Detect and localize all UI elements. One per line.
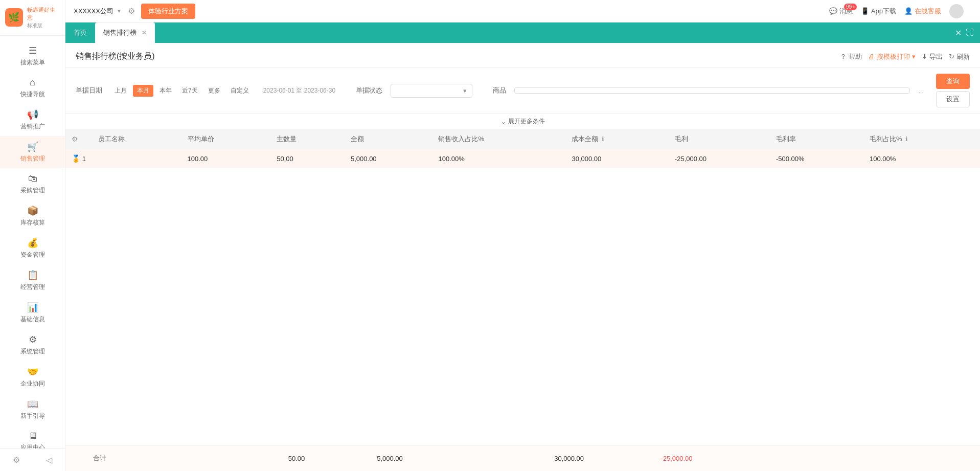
app-label: App下载 [871,7,896,16]
sidebar-item-label: 新手引导 [20,412,45,420]
user-avatar[interactable] [949,4,964,18]
search-menu-icon: ☰ [29,45,37,56]
basic-info-icon: 📊 [27,302,38,313]
help-btn[interactable]: ？ 帮助 [840,52,862,61]
sidebar-item-basic-info[interactable]: 📊 基础信息 [0,297,65,329]
print-btn[interactable]: 🖨 按模板打印 ▾ [868,52,916,61]
print-arrow-icon: ▾ [912,53,916,60]
table-row: 🏅 1 100.00 50.00 5,000.00 100.00% 30,000… [65,149,980,168]
data-table: ⚙ 员工名称 平均单价 主数量 全额 销售收入占比% 成本全额 ℹ 毛利 毛利率 [65,129,980,168]
th-settings: ⚙ [65,129,92,149]
expand-conditions-row: ⌄ 展开更多条件 [65,114,980,129]
tab-home[interactable]: 首页 [65,23,95,43]
guide-icon: 📖 [27,398,38,410]
sidebar-item-guide[interactable]: 📖 新手引导 [0,393,65,425]
footer-label: 合计 [87,451,193,466]
sidebar-footer: ⚙ ◁ [0,448,65,471]
footer-row: 合计 50.00 5,000.00 30,000.00 -25,000.00 [72,451,974,466]
expand-conditions-btn[interactable]: ⌄ 展开更多条件 [501,117,545,126]
goods-input[interactable] [514,87,910,94]
export-btn[interactable]: ⬇ 导出 [922,52,943,61]
footer-settings-btn[interactable]: ⚙ [13,455,20,465]
th-gross-rate: 毛利率 [770,129,863,149]
date-range: 2023-06-01 至 2023-06-30 [263,86,335,95]
company-selector[interactable]: XXXXXX公司 ▼ [74,7,122,16]
td-rank: 🏅 1 [65,149,92,168]
refresh-btn[interactable]: ↻ 刷新 [949,52,970,61]
th-main-qty: 主数量 [270,129,345,149]
sidebar-item-purchase[interactable]: 🛍 采购管理 [0,168,65,200]
export-icon: ⬇ [922,53,927,60]
goods-label: 商品 [493,86,506,95]
status-select[interactable]: ▾ [391,84,472,98]
sidebar-item-label: 搜索菜单 [20,58,45,67]
sidebar-item-apps[interactable]: 🖥 应用中心 [0,425,65,448]
date-tab-this-year[interactable]: 本年 [155,85,176,97]
table-header-row: ⚙ 员工名称 平均单价 主数量 全额 销售收入占比% 成本全额 ℹ 毛利 毛利率 [65,129,980,149]
th-gross: 毛利 [669,129,770,149]
logo-text: 畅康通好生意 [27,6,60,22]
table-footer: 合计 50.00 5,000.00 30,000.00 -25,000.00 [65,445,980,471]
date-tab-7days[interactable]: 近7天 [178,85,202,97]
td-cost: 30,000.00 [565,149,668,168]
date-tab-more[interactable]: 更多 [204,85,224,97]
sidebar-item-system[interactable]: ⚙ 系统管理 [0,329,65,361]
company-settings-icon[interactable]: ⚙ [128,6,135,16]
sidebar-item-finance[interactable]: 💰 资金管理 [0,232,65,264]
tab-bar: 首页 销售排行榜 ✕ ✕ ⛶ [65,23,980,43]
td-main-qty: 50.00 [270,149,345,168]
footer-gross-pct-empty [868,451,974,466]
tab-sales-ranking[interactable]: 销售排行榜 ✕ [95,23,155,43]
sidebar-item-sales[interactable]: 🛒 销售管理 [0,136,65,168]
operations-icon: 📋 [27,270,38,281]
footer-collapse-btn[interactable]: ◁ [46,455,52,465]
app-download-btn[interactable]: 📱 App下载 [861,7,896,16]
system-icon: ⚙ [29,334,37,345]
sidebar-item-label: 基础信息 [20,315,45,324]
rank-icon: 🏅 [72,154,80,163]
filter-more-btn[interactable]: ... [918,87,924,95]
sidebar-item-collab[interactable]: 🤝 企业协同 [0,361,65,393]
apps-icon: 🖥 [28,431,37,441]
app-icon: 📱 [861,7,869,15]
sidebar-item-label: 营销推广 [20,122,45,131]
td-gross: -25,000.00 [669,149,770,168]
message-btn[interactable]: 💬 消息 99+ [829,7,853,16]
th-gross-pct: 毛利占比% ℹ [863,129,980,149]
sidebar-nav: ☰ 搜索菜单 ⌂ 快捷导航 📢 营销推广 🛒 销售管理 🛍 采购管理 📦 库存核… [0,36,65,448]
sidebar-item-label: 资金管理 [20,251,45,259]
th-name: 员工名称 [92,129,181,149]
tab-expand-icon[interactable]: ⛶ [966,28,974,37]
expand-label: 展开更多条件 [508,117,545,126]
date-tab-custom[interactable]: 自定义 [226,85,253,97]
header-right: 💬 消息 99+ 📱 App下载 👤 在线客服 [829,4,972,18]
setting-button[interactable]: 设置 [936,91,970,107]
service-icon: 👤 [904,7,913,15]
cost-info-icon[interactable]: ℹ [602,136,604,143]
date-tab-last-month[interactable]: 上月 [110,85,131,97]
sidebar-item-label: 应用中心 [20,443,45,448]
message-icon: 💬 [829,7,837,15]
trial-button[interactable]: 体验行业方案 [141,4,195,19]
date-tab-this-month[interactable]: 本月 [133,85,153,97]
sidebar-item-label: 经营管理 [20,283,45,291]
td-amount: 5,000.00 [345,149,432,168]
tab-sales-ranking-label: 销售排行榜 [103,28,136,37]
date-tabs: 上月 本月 本年 近7天 更多 自定义 [110,85,253,97]
footer-gross: -25,000.00 [654,451,761,466]
gross-pct-info-icon[interactable]: ℹ [905,136,908,143]
tab-minimize-icon[interactable]: ✕ [955,28,962,38]
sidebar-item-marketing[interactable]: 📢 营销推广 [0,104,65,136]
export-label: 导出 [929,52,943,61]
sidebar-item-search[interactable]: ☰ 搜索菜单 [0,40,65,72]
sidebar-item-operations[interactable]: 📋 经营管理 [0,264,65,297]
query-button[interactable]: 查询 [936,74,970,89]
tab-close-icon[interactable]: ✕ [142,29,147,36]
column-settings-icon[interactable]: ⚙ [72,135,78,143]
status-label: 单据状态 [356,86,382,95]
main-area: XXXXXX公司 ▼ ⚙ 体验行业方案 💬 消息 99+ 📱 App下载 👤 在… [65,0,980,471]
online-service-btn[interactable]: 👤 在线客服 [904,7,941,16]
sidebar-item-shortcuts[interactable]: ⌂ 快捷导航 [0,72,65,104]
footer-main-qty: 50.00 [282,451,371,466]
sidebar-item-inventory[interactable]: 📦 库存核算 [0,200,65,232]
